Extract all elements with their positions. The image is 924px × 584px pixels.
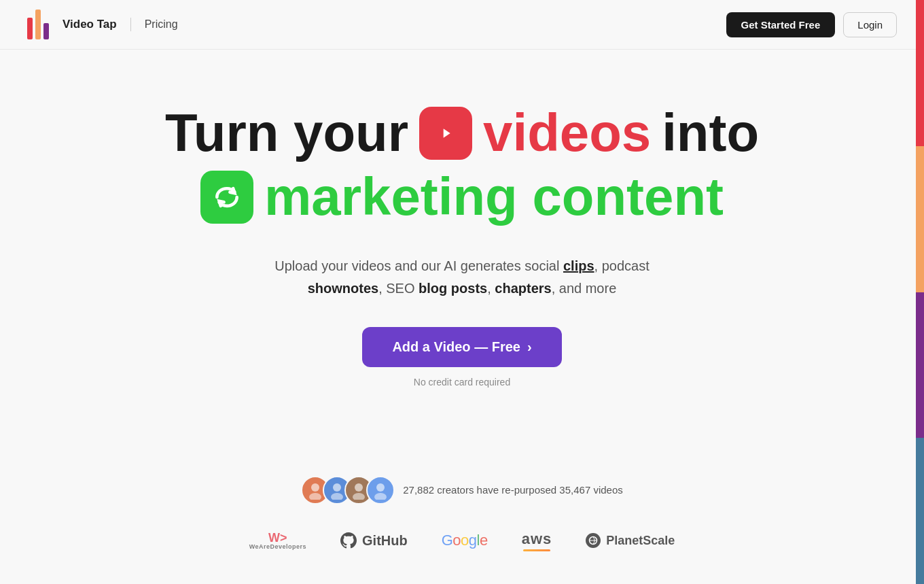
get-started-button[interactable]: Get Started Free: [726, 12, 836, 37]
hero-section: Turn your videos into market: [0, 50, 924, 428]
svg-point-7: [353, 493, 365, 500]
svg-point-6: [355, 483, 363, 492]
subtext-clips: clips: [563, 258, 594, 273]
svg-point-2: [311, 483, 319, 492]
subtext-mid: , podcast: [594, 258, 650, 273]
subtext-seo: , SEO: [378, 281, 419, 296]
no-credit-card-text: No credit card required: [414, 377, 510, 388]
svg-point-8: [376, 483, 385, 492]
cta-button[interactable]: Add a Video — Free ›: [362, 327, 561, 367]
headline-line2: marketing content: [165, 168, 759, 226]
nav-divider: [130, 18, 131, 31]
svg-point-5: [331, 493, 343, 500]
right-edge-decoration: [916, 0, 924, 584]
brand-github: GitHub: [340, 532, 408, 549]
subtext-end: , and more: [552, 281, 617, 296]
headline-turn: Turn your: [165, 104, 408, 162]
nav-right: Get Started Free Login: [726, 12, 897, 37]
subtext-chapters: chapters: [495, 281, 551, 296]
nav-left: Video Tap Pricing: [27, 10, 178, 39]
youtube-icon: [419, 107, 472, 160]
headline-videos: videos: [483, 104, 651, 162]
avatar: [366, 476, 395, 504]
svg-point-9: [374, 493, 387, 500]
navbar: Video Tap Pricing Get Started Free Login: [0, 0, 924, 50]
subtext-shownotes: shownotes: [308, 281, 378, 296]
headline-into: into: [662, 104, 759, 162]
social-stats-row: 27,882 creators have re-purposed 35,467 …: [301, 476, 623, 504]
headline-marketing: marketing content: [264, 168, 724, 226]
svg-point-3: [309, 493, 321, 500]
svg-point-4: [333, 483, 341, 492]
avatars-row: [301, 476, 395, 504]
cta-label: Add a Video — Free: [392, 339, 520, 355]
planetscale-label: PlanetScale: [606, 534, 675, 548]
subtext-prefix: Upload your videos and our AI generates …: [274, 258, 563, 273]
social-stats-text: 27,882 creators have re-purposed 35,467 …: [403, 484, 623, 496]
github-label: GitHub: [362, 533, 408, 549]
subtext-comma: ,: [487, 281, 491, 296]
brand-name: Video Tap: [63, 18, 117, 31]
logo-icon: [27, 10, 52, 39]
brand-aws: aws: [522, 530, 552, 551]
brand-planetscale: PlanetScale: [586, 533, 675, 548]
brand-logos-row: W> WeAreDevelopers GitHub Google aws: [249, 530, 675, 551]
nav-pricing-link[interactable]: Pricing: [145, 18, 178, 31]
social-proof-section: 27,882 creators have re-purposed 35,467 …: [0, 476, 924, 579]
hero-subtext: Upload your videos and our AI generates …: [251, 255, 673, 300]
login-button[interactable]: Login: [843, 12, 897, 37]
brand-google: Google: [442, 532, 488, 549]
subtext-blog: blog posts: [419, 281, 487, 296]
brand-wearedevelopers: W> WeAreDevelopers: [249, 532, 306, 550]
loop-icon: [200, 171, 253, 224]
cta-arrow: ›: [527, 339, 532, 355]
hero-headline: Turn your videos into market: [165, 104, 759, 226]
headline-line1: Turn your videos into: [165, 104, 759, 162]
